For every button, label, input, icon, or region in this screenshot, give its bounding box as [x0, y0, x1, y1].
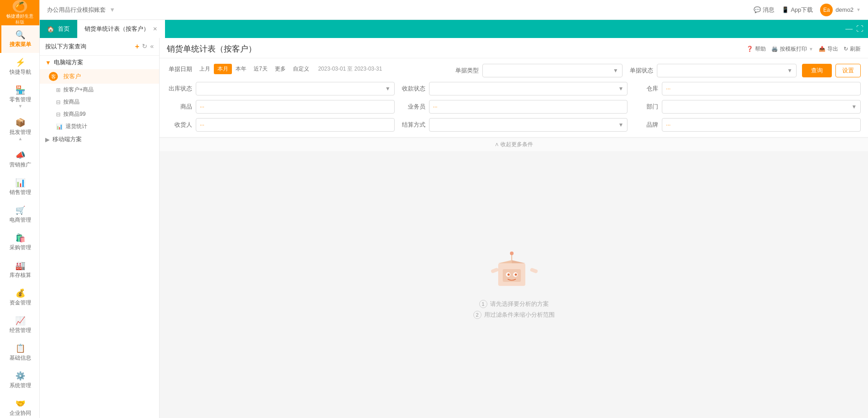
settle-group: 结算方式 ▼: [400, 118, 628, 132]
bar-chart-icon: 📊: [56, 124, 63, 130]
staff-input[interactable]: ···: [429, 100, 628, 114]
brand-group: 品牌 ···: [633, 118, 861, 132]
sidebar-item-search-menu[interactable]: 🔍 搜索菜单: [0, 25, 40, 53]
date-btn-last-month[interactable]: 上月: [196, 64, 214, 74]
tab-sales-stats-label: 销货单统计表（按客户）: [85, 25, 149, 33]
sidebar-item-purchase[interactable]: 🛍️ 采购管理: [0, 228, 40, 256]
sidebar-item-wholesale[interactable]: 📦 批发管理 ▲: [0, 113, 40, 146]
sidebar-item-enterprise[interactable]: 🤝 企业协同: [0, 394, 40, 418]
date-btn-this-year[interactable]: 本年: [232, 64, 250, 74]
print-btn[interactable]: 🖨️ 按模板打印 ▼: [771, 45, 813, 53]
sidebar-item-label: 系统管理: [9, 382, 31, 389]
sidebar-item-basic[interactable]: 📋 基础信息: [0, 339, 40, 366]
tab-maximize-icon[interactable]: ⛶: [856, 25, 863, 33]
date-btn-this-month[interactable]: 本月: [214, 64, 232, 74]
date-btn-more[interactable]: 更多: [271, 64, 289, 74]
product-input[interactable]: ···: [196, 100, 395, 114]
staff-group: 业务员 ···: [400, 100, 628, 114]
inventory-icon: 🏭: [4, 261, 38, 271]
empty-state: 1 请先选择要分析的方案 2 用过滤条件来缩小分析范围: [160, 151, 868, 418]
doc-status-arrow: ▼: [787, 67, 793, 74]
sidebar-item-system[interactable]: ⚙️ 系统管理: [0, 366, 40, 394]
brand-input[interactable]: ···: [662, 118, 861, 132]
refresh-scheme-btn[interactable]: ↻: [142, 43, 147, 51]
receiver-label: 收货人: [167, 121, 192, 129]
sidebar-item-quick-nav[interactable]: ⚡ 快捷导航: [0, 53, 40, 81]
sidebar-item-ecommerce[interactable]: 🛒 电商管理: [0, 201, 40, 228]
basic-icon: 📋: [4, 343, 38, 353]
sidebar-item-label: 库存核算: [9, 272, 31, 278]
date-label: 单据日期: [167, 65, 192, 73]
tab-close-btn[interactable]: ✕: [153, 26, 157, 32]
empty-hint-2-text: 用过滤条件来缩小分析范围: [484, 311, 555, 319]
refresh-btn[interactable]: ↻ 刷新: [844, 45, 861, 53]
svg-point-5: [514, 274, 517, 276]
sidebar-item-retail[interactable]: 🏪 零售管理 ▼: [0, 81, 40, 113]
search-menu-icon: 🔍: [4, 30, 38, 40]
warehouse-input[interactable]: ···: [662, 82, 861, 95]
filter-row-2: 出库状态 ▼ 收款状态 ▼ 仓库: [167, 82, 861, 95]
receiver-input[interactable]: ···: [196, 118, 395, 132]
username: demo2: [835, 6, 854, 13]
content-area: 按以下方案查询 + ↻ « ▼ 电脑端方案 客 按客户 ⊞ 按客户+商品: [40, 38, 868, 418]
sidebar-item-label: 经营管理: [9, 327, 31, 333]
doc-type-input[interactable]: ▼: [482, 64, 622, 77]
grid-icon: ⊞: [56, 87, 61, 93]
desktop-section-label: 电脑端方案: [54, 58, 83, 66]
left-panel-title: 按以下方案查询: [45, 43, 132, 51]
return-stats-label: 退货统计: [66, 123, 87, 130]
sidebar-item-label: 快捷导航: [9, 69, 31, 75]
sidebar-item-finance[interactable]: 💰 资金管理: [0, 284, 40, 311]
tab-sales-stats[interactable]: 销货单统计表（按客户） ✕: [77, 20, 165, 38]
svg-rect-8: [491, 267, 499, 273]
doc-status-input[interactable]: ▼: [657, 64, 797, 77]
by-product-99-label: 按商品99: [63, 110, 85, 118]
tree-item-by-product[interactable]: ⊟ 按商品: [40, 96, 159, 108]
tab-home[interactable]: 🏠 首页: [40, 20, 77, 38]
tree-item-by-customer-product[interactable]: ⊞ 按客户+商品: [40, 84, 159, 96]
payment-status-input[interactable]: ▼: [429, 82, 628, 95]
doc-status-group: 单据状态 ▼: [628, 64, 797, 77]
query-button[interactable]: 查询: [802, 64, 832, 77]
refresh-label: 刷新: [850, 45, 861, 53]
by-customer-label: 按客户: [63, 72, 81, 81]
receiver-value: ···: [200, 122, 204, 128]
purchase-icon: 🛍️: [4, 233, 38, 243]
settle-input[interactable]: ▼: [429, 118, 628, 132]
message-btn[interactable]: 💬 消息: [754, 6, 774, 14]
wholesale-icon: 📦: [15, 118, 25, 128]
print-dropdown-icon: ▼: [809, 47, 813, 52]
sidebar-item-inventory[interactable]: 🏭 库存核算: [0, 256, 40, 284]
product-group: 商品 ···: [167, 100, 395, 114]
sidebar-item-marketing[interactable]: 📣 营销推广: [0, 146, 40, 173]
user-area[interactable]: Ea demo2 ▼: [820, 4, 861, 16]
export-icon: 📤: [819, 46, 826, 52]
date-btn-custom[interactable]: 自定义: [289, 64, 313, 74]
operation-icon: 📈: [4, 316, 38, 326]
tree-item-return-stats[interactable]: 📊 退货统计: [40, 120, 159, 133]
add-scheme-btn[interactable]: +: [135, 43, 139, 51]
tree-item-by-product-99[interactable]: ⊟ 按商品99: [40, 108, 159, 120]
hint-num-2: 2: [473, 311, 481, 319]
tree-item-by-customer[interactable]: 客 按客户: [40, 69, 159, 84]
desktop-section[interactable]: ▼ 电脑端方案: [40, 56, 159, 69]
sidebar-item-operation[interactable]: 📈 经营管理: [0, 311, 40, 339]
app-download-btn[interactable]: 📱 App下载: [782, 6, 813, 14]
help-btn[interactable]: ❓ 帮助: [746, 45, 766, 53]
tab-minimize-icon[interactable]: —: [845, 25, 853, 33]
collapse-bar[interactable]: ∧ 收起更多条件: [160, 138, 868, 151]
out-status-input[interactable]: ▼: [196, 82, 395, 95]
export-btn[interactable]: 📤 导出: [819, 45, 838, 53]
dept-input[interactable]: ▼: [662, 100, 861, 114]
expand-icon: ▼: [18, 104, 23, 109]
help-label: 帮助: [755, 45, 766, 53]
date-btn-7days[interactable]: 近7天: [250, 64, 271, 74]
sidebar-item-sales[interactable]: 📊 销售管理: [0, 173, 40, 201]
doc-type-arrow: ▼: [613, 67, 618, 74]
refresh-icon: ↻: [844, 46, 848, 52]
settings-button[interactable]: 设置: [835, 64, 861, 77]
tab-bar-actions: — ⛶: [841, 20, 868, 38]
staff-value: ···: [433, 104, 438, 110]
collapse-panel-btn[interactable]: «: [150, 43, 154, 51]
mobile-section[interactable]: ▶ 移动端方案: [40, 133, 159, 146]
